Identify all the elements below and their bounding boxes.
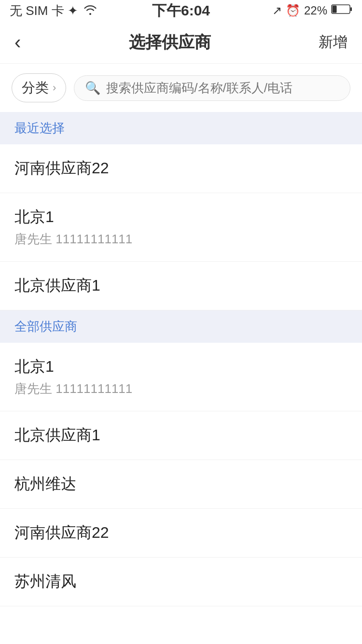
category-button[interactable]: 分类 › [12, 73, 66, 102]
svg-rect-2 [350, 7, 352, 11]
list-item[interactable]: 苏州清风 [0, 558, 362, 606]
no-sim-label: 无 SIM 卡 ✦ [10, 2, 78, 19]
search-input[interactable] [106, 81, 339, 96]
supplier-name: 河南供应商22 [14, 522, 348, 544]
add-button[interactable]: 新增 [319, 32, 348, 52]
status-right: ↗ ⏰ 22% [272, 4, 352, 17]
filter-bar: 分类 › 🔍 [0, 64, 362, 112]
location-icon: ↗ [272, 4, 282, 17]
supplier-list: 最近选择河南供应商22北京1唐先生 11111111111北京供应商1全部供应商… [0, 112, 362, 606]
supplier-name: 苏州清风 [14, 571, 348, 592]
supplier-name: 北京1 [14, 356, 348, 378]
page-title: 选择供应商 [129, 31, 211, 54]
section-header-all: 全部供应商 [0, 310, 362, 343]
supplier-sub: 唐先生 11111111111 [14, 380, 348, 397]
battery-icon [331, 4, 352, 17]
supplier-sub: 唐先生 11111111111 [14, 231, 348, 248]
status-left: 无 SIM 卡 ✦ [10, 2, 97, 19]
back-button[interactable]: ‹ [14, 31, 21, 53]
section-header-recent: 最近选择 [0, 112, 362, 144]
battery-label: 22% [304, 4, 327, 17]
list-item[interactable]: 河南供应商22 [0, 509, 362, 558]
status-bar: 无 SIM 卡 ✦ 下午6:04 ↗ ⏰ 22% [0, 0, 362, 21]
list-item[interactable]: 北京1唐先生 11111111111 [0, 343, 362, 411]
category-label: 分类 [22, 79, 49, 97]
wifi-icon [83, 3, 97, 18]
nav-bar: ‹ 选择供应商 新增 [0, 21, 362, 64]
list-item[interactable]: 北京1唐先生 11111111111 [0, 193, 362, 262]
list-item[interactable]: 北京供应商1 [0, 411, 362, 460]
supplier-name: 北京供应商1 [14, 425, 348, 446]
list-item[interactable]: 河南供应商22 [0, 144, 362, 193]
supplier-name: 河南供应商22 [14, 158, 348, 179]
search-icon: 🔍 [85, 81, 100, 96]
list-item[interactable]: 杭州维达 [0, 460, 362, 509]
list-item[interactable]: 北京供应商1 [0, 262, 362, 310]
status-time: 下午6:04 [152, 1, 210, 21]
supplier-name: 北京供应商1 [14, 275, 348, 296]
supplier-name: 北京1 [14, 207, 348, 228]
chevron-right-icon: › [53, 82, 56, 94]
search-box[interactable]: 🔍 [74, 75, 350, 101]
alarm-icon: ⏰ [286, 4, 300, 17]
supplier-name: 杭州维达 [14, 474, 348, 495]
svg-rect-1 [333, 6, 337, 13]
